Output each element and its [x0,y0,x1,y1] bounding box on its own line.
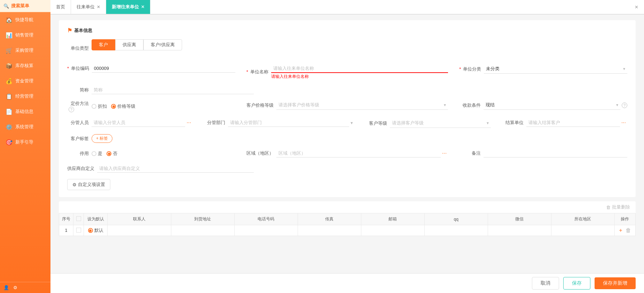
manager-more-btn[interactable]: ··· [185,120,193,126]
sidebar-item-operations[interactable]: 📋 经营管理 [0,89,50,104]
sidebar-item-inventory[interactable]: 📦 库存核算 [0,58,50,73]
type-btn-supplier[interactable]: 供应离 [115,39,143,50]
default-radio-item[interactable]: 默认 [86,227,105,234]
payment-terms-select[interactable]: 现结 ▾ [484,100,620,110]
gear-settings-icon: ⚙ [72,182,77,187]
supplier-custom-input[interactable] [97,164,254,173]
field-customer-level: 客户等级 请选择客户等级 ▾ [366,119,491,128]
unit-name-input[interactable] [271,64,448,73]
pricing-discount-label: 折扣 [98,103,107,109]
email-input[interactable] [363,228,422,233]
manager-label: 分管人员 [67,120,92,126]
th-action: 操作 [614,213,635,225]
region-more-btn[interactable]: ··· [441,150,448,156]
customer-price-level-select[interactable]: 请选择客户价格等级 ▾ [276,100,448,110]
unit-code-input[interactable] [92,64,235,73]
batch-delete-btn[interactable]: 🗑 批量删除 [606,204,630,210]
contact-input[interactable] [110,228,168,233]
td-phone[interactable] [234,225,298,236]
remarks-input[interactable] [484,149,627,157]
custom-settings-button[interactable]: ⚙ 自定义项设置 [67,179,110,190]
td-fax[interactable] [298,225,361,236]
sidebar-item-label: 销售管理 [15,32,33,38]
department-chevron: ▾ [349,120,354,125]
section-title-text: 基本信息 [74,27,92,34]
address-input[interactable] [173,228,232,233]
th-email: 邮箱 [361,213,424,225]
short-name-input[interactable] [92,86,254,94]
sidebar-item-sales[interactable]: 📊 销售管理 [0,27,50,43]
payment-help-icon[interactable]: ? [622,103,627,108]
phone-input[interactable] [237,228,296,233]
td-row-region[interactable] [551,225,614,236]
field-customer-price-level: 客户价格等级 请选择客户价格等级 ▾ [246,100,448,110]
settlement-more-btn[interactable]: ··· [620,120,627,126]
row-add-btn[interactable]: + [618,227,623,234]
unit-type-label: 单位类型 [67,45,92,51]
content-area: ⚑ 基本信息 单位类型 客户 供应离 客户/供应离 * 单位编码 [50,15,644,273]
disabled-no-radio [107,151,111,156]
td-email[interactable] [361,225,424,236]
disabled-yes-option[interactable]: 是 [92,150,102,157]
tab-close-all[interactable]: ✕ [629,4,644,10]
qq-input[interactable] [427,228,486,233]
footer-bar: 取消 保存 保存并新增 [50,273,644,293]
td-checkbox[interactable] [73,225,84,236]
sidebar-item-finance[interactable]: 💰 资金管理 [0,73,50,89]
tab-partner-list-close[interactable]: ✕ [97,5,100,9]
settlement-input[interactable] [526,119,620,127]
th-seq: 序号 [59,213,73,225]
form-row-6: 停用 是 否 区域（地区） [67,149,627,158]
cancel-button[interactable]: 取消 [532,277,559,290]
manager-input[interactable] [92,119,185,127]
sidebar-search[interactable]: 🔍 搜索菜单 [0,0,50,12]
pricing-help-icon[interactable]: ? [69,107,74,112]
disabled-yes-label: 是 [98,150,102,157]
department-input[interactable] [228,119,349,127]
save-button[interactable]: 保存 [563,277,590,290]
pricing-discount-option[interactable]: 折扣 [92,103,107,109]
type-btn-both[interactable]: 客户/供应离 [143,39,182,50]
td-weixin[interactable] [488,225,551,236]
unit-code-label: 单位编码 [71,66,89,71]
sidebar-item-label: 资金管理 [15,78,33,84]
tab-new-partner[interactable]: 新增往来单位 ✕ [106,0,150,14]
td-contact[interactable] [108,225,171,236]
fax-input[interactable] [300,228,359,233]
unit-name-error: 请输入往来单位名称 [271,74,448,80]
sidebar-item-guide[interactable]: 🎯 新手引导 [0,135,50,150]
sidebar-item-quick-nav[interactable]: 🏠 快捷导航 [0,12,50,27]
weixin-input[interactable] [490,228,549,233]
type-btn-customer[interactable]: 客户 [92,39,115,50]
sidebar-item-purchase[interactable]: 🛒 采购管理 [0,43,50,58]
sidebar-item-system[interactable]: ⚙️ 系统管理 [0,119,50,135]
add-tag-button[interactable]: + 标签 [92,134,112,143]
tab-bar: 首页 往来单位 ✕ 新增往来单位 ✕ ✕ [50,0,644,15]
td-address[interactable] [171,225,234,236]
tab-new-partner-close[interactable]: ✕ [141,5,144,9]
row-region-input[interactable] [553,228,612,233]
form-row-7: 供应商自定义 [67,164,627,173]
disabled-no-option[interactable]: 否 [107,150,117,157]
sidebar-item-basic-info[interactable]: 📄 基础信息 [0,104,50,119]
td-qq[interactable] [424,225,488,236]
th-region: 所在地区 [551,213,614,225]
field-manager: 分管人员 ··· [67,119,193,127]
field-remarks: 备注 [459,149,627,157]
unit-category-select[interactable]: 未分类 ▾ [484,64,627,74]
customer-level-select[interactable]: 请选择客户等级 ▾ [390,119,491,128]
pricing-level-option[interactable]: 价格等级 [111,103,135,109]
region-input[interactable] [276,149,441,157]
contact-table: 序号 设为默认 联系人 到货地址 电话号码 传真 邮箱 qq 微信 所在地区 操… [59,213,636,236]
form-row-3: 定价方法 ? 折扣 价格等级 [67,100,627,112]
pricing-label: 定价方法 [71,101,89,106]
tab-partner-list[interactable]: 往来单位 ✕ [71,0,106,14]
pricing-radio-group: 折扣 价格等级 [92,102,135,111]
row-checkbox[interactable] [76,228,81,233]
row-delete-btn[interactable]: 🗑 [625,227,632,234]
save-new-button[interactable]: 保存并新增 [595,277,636,289]
header-checkbox[interactable] [76,216,81,221]
th-checkbox [73,213,84,225]
sidebar: 🔍 搜索菜单 🏠 快捷导航 📊 销售管理 🛒 采购管理 📦 库存核算 💰 资金管… [0,0,50,293]
tab-home[interactable]: 首页 [50,0,71,14]
